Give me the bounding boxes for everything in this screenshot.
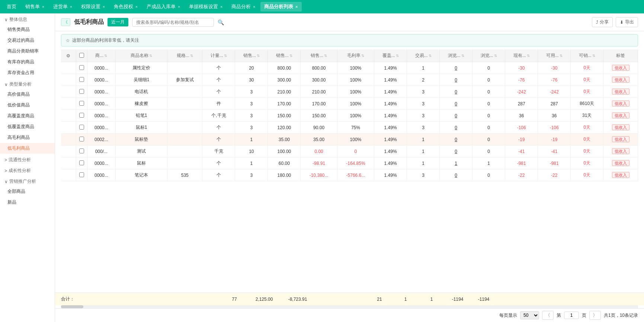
nav-close-product-analysis[interactable]: ×	[253, 4, 255, 9]
nav-close-permissions[interactable]: ×	[103, 4, 105, 9]
sidebar-item-low-coverage[interactable]: 低覆盖度商品	[0, 121, 55, 132]
horizontal-scrollbar[interactable]	[61, 305, 638, 308]
nav-close-product-analysis-list[interactable]: ×	[295, 4, 298, 9]
cell-browse1[interactable]: 1	[440, 157, 472, 169]
cell-browse1[interactable]: 0	[440, 134, 472, 146]
sidebar-item-category-sales-rate[interactable]: 商品分类助销率	[0, 46, 55, 57]
cell-checkbox[interactable]	[76, 122, 87, 134]
sidebar-item-low-value[interactable]: 低价值商品	[0, 100, 55, 111]
col-settings[interactable]: ⚙	[61, 50, 76, 62]
col-browse2[interactable]: 浏览...⇅	[472, 50, 505, 62]
cell-browse1[interactable]: 0	[440, 74, 472, 86]
cell-trade: 3	[407, 122, 440, 134]
page-number-input[interactable]	[564, 312, 579, 319]
time-filter-button[interactable]: 近一月	[108, 18, 128, 26]
cell-checkbox[interactable]	[76, 169, 87, 181]
row-checkbox[interactable]	[79, 89, 84, 94]
nav-home[interactable]: 首页	[3, 2, 20, 12]
row-checkbox[interactable]	[79, 160, 84, 165]
cell-browse1[interactable]: 0	[440, 146, 472, 157]
nav-close-template[interactable]: ×	[220, 4, 222, 9]
cell-checkbox[interactable]	[76, 62, 87, 74]
sidebar-item-in-stock[interactable]: 有库存的商品	[0, 57, 55, 67]
chevron-right-icon-2: >	[4, 168, 7, 173]
cell-checkbox[interactable]	[76, 86, 87, 98]
nav-permissions[interactable]: 权限设置 ×	[77, 2, 109, 12]
col-coverage[interactable]: 覆盖...⇅	[374, 50, 407, 62]
search-button[interactable]: 🔍	[218, 19, 224, 25]
row-checkbox[interactable]	[79, 149, 84, 153]
nav-roles[interactable]: 角色授权 ×	[110, 2, 141, 12]
sidebar-item-all-products[interactable]: 全部商品	[0, 186, 55, 197]
nav-purchase[interactable]: 进货单 ×	[49, 2, 76, 12]
cell-stock-avail: -106	[538, 122, 571, 134]
col-trade[interactable]: 交易...⇅	[407, 50, 440, 62]
cell-stock-cur: -981	[505, 157, 538, 169]
cell-browse1[interactable]: 0	[440, 98, 472, 110]
col-unit[interactable]: 计量...⇅	[202, 50, 235, 62]
sidebar-group-overall[interactable]: ∨ 整体信息	[0, 13, 55, 24]
row-checkbox[interactable]	[79, 125, 84, 130]
sidebar-group-growth[interactable]: > 成长性分析	[0, 165, 55, 175]
cell-browse1[interactable]: 0	[440, 62, 472, 74]
cell-browse2: 0	[472, 134, 505, 146]
sidebar-item-new-products[interactable]: 新品	[0, 197, 55, 208]
col-stock-sale[interactable]: 可销...⇅	[571, 50, 603, 62]
cell-checkbox[interactable]	[76, 146, 87, 157]
cell-checkbox[interactable]	[76, 74, 87, 86]
row-checkbox[interactable]	[79, 113, 84, 118]
sidebar-group-marketing[interactable]: ∨ 营销推广分析	[0, 175, 55, 186]
sidebar-item-high-coverage[interactable]: 高覆盖度商品	[0, 111, 55, 121]
nav-sales[interactable]: 销售单 ×	[22, 2, 48, 12]
sidebar-collapse-btn[interactable]: 《	[61, 18, 70, 26]
cell-browse1[interactable]: 0	[440, 169, 472, 181]
sidebar-item-low-margin[interactable]: 低毛利商品	[0, 143, 55, 154]
col-spec[interactable]: 规格...⇅	[167, 50, 202, 62]
select-all-checkbox[interactable]	[79, 53, 84, 58]
row-checkbox[interactable]	[79, 101, 84, 106]
nav-close-product-entry[interactable]: ×	[178, 4, 180, 9]
nav-product-analysis-list[interactable]: 商品分析列表 ×	[260, 2, 301, 12]
col-sales3[interactable]: 销售...⇅	[301, 50, 337, 62]
row-checkbox[interactable]	[79, 65, 84, 70]
nav-product-entry[interactable]: 产成品入库单 ×	[143, 2, 184, 12]
row-checkbox[interactable]	[79, 172, 84, 177]
col-stock-avail[interactable]: 可用...⇅	[538, 50, 571, 62]
scrollbar-thumb[interactable]	[61, 305, 83, 308]
col-gross-rate[interactable]: 毛利率⇅	[337, 50, 374, 62]
prev-page-button[interactable]: 〈	[542, 311, 554, 320]
nav-close-purchase[interactable]: ×	[70, 4, 72, 9]
row-checkbox[interactable]	[79, 77, 84, 82]
sidebar-item-high-margin[interactable]: 高毛利商品	[0, 132, 55, 143]
nav-product-analysis[interactable]: 商品分析 ×	[228, 2, 259, 12]
col-sales1[interactable]: 销售...⇅	[235, 50, 268, 62]
page-size-select[interactable]: 50 100 200	[520, 311, 539, 319]
col-stock-cur[interactable]: 现有...⇅	[505, 50, 538, 62]
cell-checkbox[interactable]	[76, 134, 87, 146]
cell-checkbox[interactable]	[76, 157, 87, 169]
share-button[interactable]: ⤴ 分享	[592, 17, 613, 27]
cell-checkbox[interactable]	[76, 110, 87, 122]
sidebar-item-capital-usage[interactable]: 库存资金占用	[0, 67, 55, 78]
cell-checkbox[interactable]	[76, 98, 87, 110]
sidebar-item-high-value[interactable]: 高价值商品	[0, 89, 55, 100]
col-browse1[interactable]: 浏览...⇅	[440, 50, 472, 62]
sidebar-item-traded-products[interactable]: 交易过的商品	[0, 35, 55, 46]
cell-browse1[interactable]: 0	[440, 122, 472, 134]
col-name[interactable]: 商品名称⇅	[116, 50, 167, 62]
nav-template[interactable]: 单据模板设置 ×	[185, 2, 226, 12]
row-checkbox[interactable]	[79, 137, 84, 141]
next-page-button[interactable]: 〉	[589, 311, 601, 320]
export-button[interactable]: ⬇ 导出	[616, 17, 638, 27]
search-input[interactable]	[132, 18, 214, 27]
nav-close-roles[interactable]: ×	[135, 4, 138, 9]
col-sales2[interactable]: 销售...⇅	[268, 50, 301, 62]
col-code[interactable]: 商...⇅	[87, 50, 116, 62]
sidebar-group-type-analysis[interactable]: ∨ 类型量分析	[0, 78, 55, 89]
col-checkbox[interactable]	[76, 50, 87, 62]
nav-close-sales[interactable]: ×	[42, 4, 44, 9]
sidebar-item-sales-products[interactable]: 销售类商品	[0, 24, 55, 35]
cell-browse1[interactable]: 0	[440, 110, 472, 122]
cell-browse1[interactable]: 0	[440, 86, 472, 98]
sidebar-group-circulation[interactable]: > 流通性分析	[0, 154, 55, 165]
